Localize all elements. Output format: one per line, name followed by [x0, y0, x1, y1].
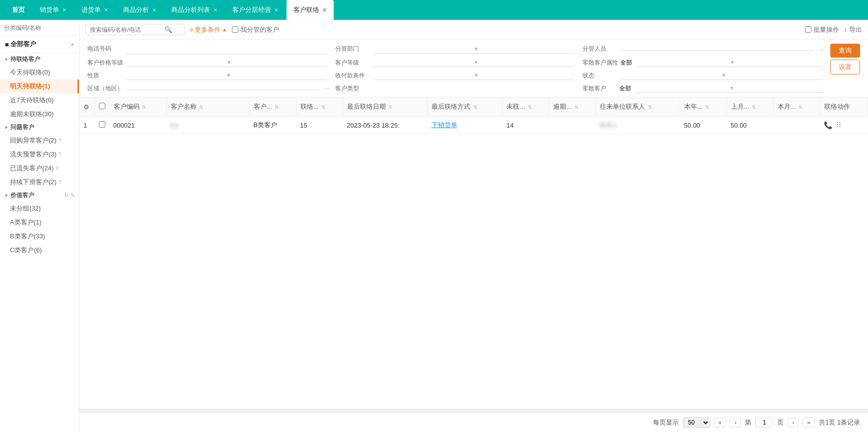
filter-region: 区域（地区） ···	[87, 84, 330, 93]
this-year-sort-icon[interactable]: ⇅	[705, 104, 709, 110]
section-value-customers[interactable]: ▼ 价值客户 ↻ ✎	[0, 189, 79, 202]
contact-count-sort-icon[interactable]: ⇅	[321, 104, 325, 110]
nav-sales-close[interactable]: ✕	[62, 7, 67, 13]
page-label: 第	[745, 418, 751, 427]
next-page-button[interactable]: ›	[788, 418, 798, 428]
search-icon[interactable]: 🔍	[164, 26, 172, 33]
value-edit-icon[interactable]: ✎	[71, 192, 75, 199]
last-page-button[interactable]: »	[802, 418, 815, 428]
person-more-icon[interactable]: ···	[819, 45, 825, 53]
filter-customer-level: 客户等级 ▼	[335, 58, 578, 67]
nav-purchase[interactable]: 进货单 ✕	[74, 0, 115, 20]
col-code-header: 客户编码 ⇅	[109, 97, 166, 117]
dept-select[interactable]: ▼	[373, 45, 575, 54]
nav-home[interactable]: 首页	[5, 0, 32, 20]
query-button[interactable]: 查询	[830, 44, 860, 58]
sidebar-item-today-contact[interactable]: 今天待联络(0)	[0, 66, 79, 79]
phone-input[interactable]	[125, 44, 327, 54]
sidebar-item-churned[interactable]: 已流失客户(24) ?	[0, 161, 79, 175]
last-month-sort-icon[interactable]: ⇅	[752, 104, 756, 110]
table-settings-icon[interactable]: ⚙	[83, 103, 89, 111]
retail-attr-select[interactable]: ▼	[637, 58, 822, 67]
page-end-label: 页	[777, 418, 784, 427]
horizontal-scrollbar[interactable]	[79, 409, 868, 413]
status-select[interactable]: ▼	[620, 71, 822, 80]
row-no: 1	[79, 117, 94, 134]
sidebar-item-declining[interactable]: 持续下滑客户(2) ?	[0, 175, 79, 189]
nav-goods-analysis-close[interactable]: ✕	[152, 7, 156, 13]
nav-customer-tier[interactable]: 客户分层经营 ✕	[225, 0, 286, 20]
sidebar-search-input[interactable]	[4, 24, 78, 31]
filter-status: 状态 ▼	[582, 71, 825, 80]
last-method-sort-icon[interactable]: ⇅	[473, 104, 477, 110]
first-page-button[interactable]: «	[714, 418, 726, 428]
gender-select[interactable]: ▼	[125, 71, 327, 80]
search-box: 🔍	[85, 24, 185, 35]
value-refresh-icon[interactable]: ↻	[64, 192, 69, 199]
select-all-checkbox[interactable]	[99, 103, 105, 109]
name-sort-icon[interactable]: ⇅	[199, 104, 203, 110]
my-customers-check[interactable]	[232, 26, 238, 33]
sidebar-all-customers[interactable]: ■ 全部客户 «	[0, 36, 79, 53]
nav-customer-contact[interactable]: 客户联络 ✕	[287, 0, 334, 20]
sidebar-item-ungrouped[interactable]: 未分组(32)	[0, 202, 79, 216]
row-select-checkbox[interactable]	[99, 121, 105, 128]
last-date-sort-icon[interactable]: ⇅	[388, 104, 392, 110]
filter-phone: 电话号码	[87, 44, 330, 54]
customer-level-select[interactable]: ▼	[373, 58, 575, 67]
table-row: 1 000021 Ea B类客户	[79, 117, 868, 134]
search-input[interactable]	[90, 26, 164, 33]
code-sort-icon[interactable]: ⇅	[142, 104, 146, 110]
nav-goods-analysis-list[interactable]: 商品分析列表 ✕	[164, 0, 224, 20]
sidebar-item-class-c[interactable]: C类客户(6)	[0, 243, 79, 257]
nav-goods-list-close[interactable]: ✕	[213, 7, 217, 13]
nav-purchase-close[interactable]: ✕	[104, 7, 108, 13]
contact-method-link[interactable]: 下销货单	[432, 121, 457, 129]
section-pending-contact[interactable]: ▼ 待联络客户	[0, 53, 79, 66]
nav-goods-analysis[interactable]: 商品分析 ✕	[116, 0, 163, 20]
nav-contact-close[interactable]: ✕	[322, 7, 327, 13]
sidebar-item-week-contact[interactable]: 近7天待联络(0)	[0, 93, 79, 107]
sidebar-collapse-icon[interactable]: «	[71, 41, 74, 47]
row-phone-action-icon[interactable]: 📞	[824, 121, 832, 129]
this-month-sort-icon[interactable]: ⇅	[798, 104, 802, 110]
payment-select[interactable]: ▼	[373, 71, 575, 80]
sidebar-item-class-a[interactable]: A类客户(1)	[0, 216, 79, 229]
region-more-icon[interactable]: ···	[324, 84, 330, 92]
nav-sales[interactable]: 销货单 ✕	[33, 0, 73, 20]
row-actions: 📞 ⠿	[820, 117, 868, 134]
filter-person: 分管人员 ···	[582, 45, 825, 53]
overdue-sort-icon[interactable]: ⇅	[575, 104, 579, 110]
retail-customer-select[interactable]: ▼	[636, 84, 822, 93]
data-table-area: ⚙ 客户编码 ⇅ 客户名称 ⇅	[79, 97, 868, 409]
settings-button[interactable]: 设置	[830, 60, 860, 74]
more-conditions-btn[interactable]: ≡ 更多条件 ▲	[190, 25, 227, 34]
sidebar-item-tomorrow-contact[interactable]: 明天待联络(1)	[0, 79, 79, 93]
type-sort-icon[interactable]: ⇅	[275, 104, 279, 110]
prev-page-button[interactable]: ‹	[730, 418, 741, 428]
my-customers-checkbox[interactable]: 我分管的客户	[232, 25, 279, 34]
table-header-row: ⚙ 客户编码 ⇅ 客户名称 ⇅	[79, 97, 868, 117]
retail-attr-chevron: ▼	[730, 60, 819, 65]
filter-row-1: 电话号码 分管部门 ▼ 分管人员	[87, 44, 825, 54]
nav-tier-close[interactable]: ✕	[274, 7, 279, 13]
page-number-input[interactable]	[755, 418, 773, 428]
col-this-year-header: 本年... ⇅	[680, 97, 726, 117]
region-input-area[interactable]	[126, 87, 319, 90]
export-button[interactable]: ↑ 导出	[844, 25, 863, 34]
sidebar-item-churn-warning[interactable]: 流失预警客户(3) ?	[0, 147, 79, 161]
col-checkbox	[94, 97, 109, 117]
bulk-ops-checkbox[interactable]	[805, 26, 811, 33]
price-level-select[interactable]: ▼	[126, 58, 327, 67]
customer-type-area	[370, 87, 578, 90]
page-size-select[interactable]: 50 100 200	[683, 417, 710, 428]
sidebar-item-abnormal[interactable]: 回购异常客户(2) ?	[0, 134, 79, 147]
sidebar-item-class-b[interactable]: B类客户(33)	[0, 229, 79, 243]
uncontact-sort-icon[interactable]: ⇅	[528, 104, 532, 110]
bulk-ops-button[interactable]: 批量操作	[805, 25, 839, 34]
row-more-action-icon[interactable]: ⠿	[836, 121, 841, 129]
section-problem-customers[interactable]: ▼ 问题客户	[0, 121, 79, 134]
person-input-area[interactable]	[620, 47, 814, 51]
contact-person-sort-icon[interactable]: ⇅	[648, 104, 652, 110]
sidebar-item-overdue-contact[interactable]: 逾期未联络(30)	[0, 107, 79, 121]
